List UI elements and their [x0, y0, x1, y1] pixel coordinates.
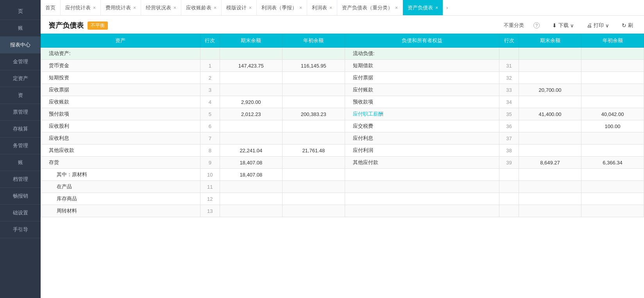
- row-left-item[interactable]: 周转材料: [41, 205, 200, 217]
- sidebar-item-ticket[interactable]: 票管理: [0, 104, 41, 121]
- tab-ar[interactable]: 应收账龄表 ×: [181, 0, 222, 16]
- row-left-begin[interactable]: [282, 205, 345, 217]
- row-left-end[interactable]: 18,407.08: [220, 157, 282, 169]
- tab-bs[interactable]: 资产负债表 ×: [403, 0, 443, 16]
- row-left-item[interactable]: 货币资金: [41, 60, 200, 72]
- sidebar-item-account[interactable]: 账: [0, 20, 41, 37]
- row-right-item[interactable]: 应付票据: [345, 72, 499, 84]
- row-left-begin[interactable]: 116,145.95: [282, 60, 345, 72]
- tab-close-bs[interactable]: ×: [435, 5, 438, 11]
- row-left-begin[interactable]: [282, 84, 345, 96]
- row-left-begin[interactable]: [282, 120, 345, 132]
- row-right-begin[interactable]: [581, 72, 644, 84]
- row-right-end[interactable]: [519, 181, 581, 193]
- row-right-begin[interactable]: [581, 193, 644, 205]
- row-right-end[interactable]: [519, 96, 581, 108]
- row-right-begin[interactable]: [581, 96, 644, 108]
- row-left-item[interactable]: 应收股利: [41, 120, 200, 132]
- row-right-begin[interactable]: [581, 169, 644, 181]
- tab-next-arrow[interactable]: ›: [443, 0, 451, 16]
- refresh-button[interactable]: ↻ 刷: [619, 20, 636, 30]
- row-left-begin[interactable]: [282, 181, 345, 193]
- help-button[interactable]: ?: [530, 21, 543, 30]
- sidebar-item-home[interactable]: 页: [0, 3, 41, 20]
- row-left-item[interactable]: 存货: [41, 157, 200, 169]
- tab-home[interactable]: 首页: [41, 0, 61, 16]
- tab-close-ar[interactable]: ×: [214, 5, 216, 11]
- tab-profit[interactable]: 利润表 ×: [307, 0, 337, 16]
- sidebar-item-storage[interactable]: 存核算: [0, 121, 41, 137]
- row-left-begin[interactable]: 200,383.23: [282, 108, 345, 120]
- tab-ap[interactable]: 应付统计表 ×: [61, 0, 101, 16]
- row-left-begin[interactable]: [282, 157, 345, 169]
- row-left-begin[interactable]: [282, 132, 345, 145]
- row-right-begin[interactable]: 6,366.34: [581, 157, 644, 169]
- print-button[interactable]: 🖨 打印 ∨: [583, 20, 612, 30]
- row-right-end[interactable]: [519, 132, 581, 145]
- row-right-begin[interactable]: 100.00: [581, 120, 644, 132]
- sidebar-item-tax[interactable]: 务管理: [0, 137, 41, 154]
- row-left-end[interactable]: 18,407.08: [220, 169, 282, 181]
- row-right-end[interactable]: 8,649.27: [519, 157, 581, 169]
- tab-close-cost[interactable]: ×: [133, 5, 136, 11]
- row-right-item[interactable]: 应交税费: [345, 120, 499, 132]
- row-right-item[interactable]: [345, 205, 499, 217]
- row-right-begin[interactable]: [581, 181, 644, 193]
- tab-bs-re[interactable]: 资产负债表（重分类） ×: [337, 0, 403, 16]
- row-left-begin[interactable]: 21,761.48: [282, 145, 345, 157]
- tab-close-profit[interactable]: ×: [329, 5, 332, 11]
- sidebar-item-guide[interactable]: 手引导: [0, 221, 41, 238]
- tab-ops[interactable]: 经营状况表 ×: [141, 0, 181, 16]
- row-left-end[interactable]: [220, 84, 282, 96]
- row-left-item[interactable]: 应收票据: [41, 84, 200, 96]
- row-right-begin[interactable]: [581, 60, 644, 72]
- row-left-end[interactable]: [220, 181, 282, 193]
- row-left-item[interactable]: 库存商品: [41, 193, 200, 205]
- row-left-item[interactable]: 应收利息: [41, 132, 200, 145]
- row-left-item[interactable]: 短期投资: [41, 72, 200, 84]
- row-right-end[interactable]: 20,700.00: [519, 84, 581, 96]
- row-right-begin[interactable]: [581, 132, 644, 145]
- sidebar-item-report[interactable]: 报表中心: [0, 37, 41, 54]
- row-left-end[interactable]: [220, 132, 282, 145]
- tab-cost[interactable]: 费用统计表 ×: [101, 0, 141, 16]
- row-right-begin[interactable]: [581, 205, 644, 217]
- row-right-item[interactable]: 其他应付款: [345, 157, 499, 169]
- sidebar-item-expense[interactable]: 畅报销: [0, 188, 41, 205]
- row-left-begin[interactable]: [282, 193, 345, 205]
- row-left-end[interactable]: [220, 193, 282, 205]
- sidebar-item-invest[interactable]: 资: [0, 87, 41, 104]
- row-right-end[interactable]: [519, 145, 581, 157]
- row-left-item[interactable]: 预付款项: [41, 108, 200, 120]
- row-left-end[interactable]: [220, 205, 282, 217]
- row-right-item[interactable]: 应付利润: [345, 145, 499, 157]
- row-right-end[interactable]: [519, 193, 581, 205]
- row-right-item[interactable]: 应付利息: [345, 132, 499, 145]
- sidebar-item-fund[interactable]: 金管理: [0, 54, 41, 70]
- row-right-item[interactable]: 应付职工薪酬: [345, 108, 499, 120]
- row-right-end[interactable]: [519, 72, 581, 84]
- row-right-item[interactable]: [345, 193, 499, 205]
- row-left-item[interactable]: 应收账款: [41, 96, 200, 108]
- row-left-end[interactable]: 2,920.00: [220, 96, 282, 108]
- tab-close-template[interactable]: ×: [249, 5, 252, 11]
- row-right-end[interactable]: [519, 205, 581, 217]
- row-right-item[interactable]: [345, 169, 499, 181]
- row-left-end[interactable]: 2,012.23: [220, 108, 282, 120]
- download-button[interactable]: ⬇ 下载 ∨: [549, 20, 577, 30]
- row-right-begin[interactable]: [581, 145, 644, 157]
- row-right-item[interactable]: 短期借款: [345, 60, 499, 72]
- row-left-end[interactable]: 22,241.04: [220, 145, 282, 157]
- row-left-item[interactable]: 其他应收款: [41, 145, 200, 157]
- row-left-begin[interactable]: [282, 96, 345, 108]
- row-right-item[interactable]: [345, 181, 499, 193]
- tab-close-profit-q[interactable]: ×: [299, 5, 302, 11]
- row-left-end[interactable]: [220, 120, 282, 132]
- tab-close-ap[interactable]: ×: [93, 5, 96, 11]
- row-right-end[interactable]: 41,400.00: [519, 108, 581, 120]
- tab-close-bs-re[interactable]: ×: [395, 5, 398, 11]
- row-right-item[interactable]: 应付账款: [345, 84, 499, 96]
- row-right-end[interactable]: [519, 169, 581, 181]
- sidebar-item-ledger[interactable]: 账: [0, 154, 41, 171]
- tab-close-ops[interactable]: ×: [174, 5, 176, 11]
